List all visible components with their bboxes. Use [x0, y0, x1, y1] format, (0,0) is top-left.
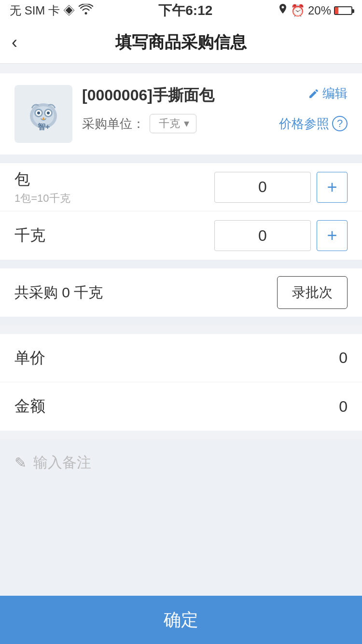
- bao-label-sub: 1包=10千克: [14, 191, 82, 206]
- price-section: 单价 0 金额 0: [0, 334, 362, 431]
- product-header: [0000006]手撕面包 编辑: [82, 85, 348, 106]
- battery-percent: 20%: [308, 4, 331, 17]
- kg-input[interactable]: [214, 220, 311, 251]
- amount-row: 金额 0: [0, 382, 362, 431]
- unit-price-label: 单价: [14, 348, 45, 369]
- input-section: 包 1包=10千克 + 千克 +: [0, 163, 362, 260]
- product-name: [0000006]手撕面包: [82, 85, 214, 106]
- bao-label: 包 1包=10千克: [14, 169, 82, 206]
- kg-plus-button[interactable]: +: [317, 220, 348, 251]
- unit-price-value: 0: [339, 349, 348, 367]
- status-left: 无 SIM 卡 ◈: [10, 3, 93, 18]
- kg-input-control: +: [82, 220, 348, 251]
- page-title: 填写商品采购信息: [115, 31, 247, 54]
- pencil-icon: ✎: [14, 454, 27, 471]
- remark-section[interactable]: ✎ 输入备注: [0, 439, 362, 486]
- record-batch-button[interactable]: 录批次: [277, 276, 348, 309]
- bao-input-row: 包 1包=10千克 +: [0, 163, 362, 211]
- unit-price-row: 单价 0: [0, 334, 362, 382]
- back-arrow-icon: ‹: [12, 32, 17, 53]
- section-divider-3: [0, 317, 362, 325]
- edit-label: 编辑: [322, 85, 348, 102]
- status-right: ⏰ 20%: [278, 4, 352, 17]
- bao-label-main: 包: [14, 169, 82, 190]
- kg-plus-icon: +: [327, 225, 337, 246]
- summary-text: 共采购 0 千克: [14, 283, 103, 303]
- unit-value: 千克: [159, 116, 180, 131]
- confirm-button[interactable]: 确定: [0, 596, 362, 644]
- status-time: 下午6:12: [158, 1, 212, 20]
- svg-text:智+: 智+: [37, 123, 50, 131]
- bao-input[interactable]: [214, 172, 311, 203]
- product-unit-row: 采购单位： 千克 ▾ 价格参照 ?: [82, 114, 348, 133]
- price-ref-button[interactable]: 价格参照 ?: [279, 115, 348, 132]
- confirm-label: 确定: [164, 608, 198, 632]
- amount-label: 金额: [14, 396, 45, 417]
- amount-value: 0: [339, 398, 348, 416]
- bao-plus-button[interactable]: +: [317, 172, 348, 203]
- kg-label: 千克: [14, 225, 82, 246]
- no-sim-label: 无 SIM 卡 ◈: [10, 3, 75, 18]
- kg-label-main: 千克: [14, 225, 82, 246]
- summary-section: 共采购 0 千克 录批次: [0, 260, 362, 325]
- product-card: 智+ [0000006]手撕面包 编辑 采购单位： 千克 ▾ 价格参照 ?: [0, 73, 362, 154]
- unit-select[interactable]: 千克 ▾: [150, 114, 196, 133]
- product-info: [0000006]手撕面包 编辑 采购单位： 千克 ▾ 价格参照 ?: [82, 85, 348, 133]
- kg-input-row: 千克 +: [0, 211, 362, 260]
- nav-bar: ‹ 填写商品采购信息: [0, 21, 362, 64]
- alarm-icon: ⏰: [291, 4, 305, 17]
- svg-point-6: [37, 112, 40, 114]
- status-bar: 无 SIM 卡 ◈ 下午6:12 ⏰ 20%: [0, 0, 362, 21]
- edit-button[interactable]: 编辑: [308, 85, 348, 102]
- product-thumbnail: 智+: [14, 85, 72, 143]
- price-ref-question-icon: ?: [332, 116, 348, 131]
- section-divider-2: [0, 260, 362, 268]
- unit-label: 采购单位：: [82, 115, 145, 132]
- remark-placeholder: 输入备注: [33, 453, 91, 473]
- section-divider-1: [0, 154, 362, 163]
- dropdown-icon: ▾: [184, 117, 189, 130]
- battery-icon: [334, 6, 352, 15]
- bao-plus-icon: +: [327, 177, 337, 197]
- price-ref-label: 价格参照: [279, 115, 329, 132]
- bao-input-control: +: [82, 172, 348, 203]
- wifi-icon: [79, 4, 93, 17]
- back-button[interactable]: ‹: [12, 32, 17, 53]
- summary-row: 共采购 0 千克 录批次: [0, 268, 362, 317]
- location-icon: [278, 4, 288, 17]
- svg-point-7: [47, 112, 50, 114]
